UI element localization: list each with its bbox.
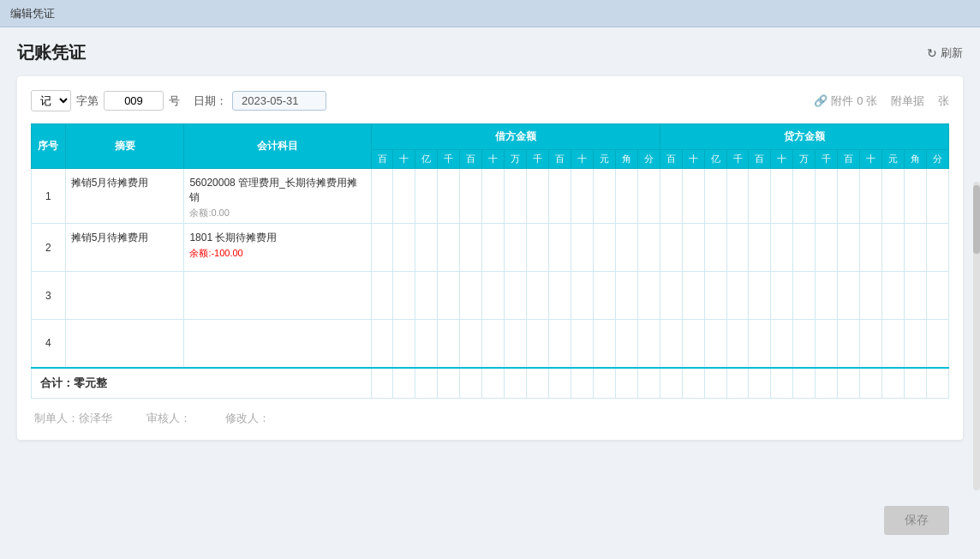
- cell-debit-9[interactable]: [571, 224, 593, 272]
- cell-account[interactable]: [184, 272, 371, 320]
- cell-debit-11[interactable]: [615, 272, 637, 320]
- cell-credit-3[interactable]: [726, 272, 749, 320]
- cell-debit-0[interactable]: [371, 272, 393, 320]
- cell-debit-7[interactable]: [527, 224, 549, 272]
- cell-debit-12[interactable]: [637, 320, 660, 368]
- cell-credit-1[interactable]: [682, 224, 704, 272]
- cell-credit-8[interactable]: [838, 272, 860, 320]
- cell-credit-7[interactable]: [816, 320, 838, 368]
- cell-credit-6[interactable]: [793, 320, 816, 368]
- cell-credit-5[interactable]: [771, 224, 793, 272]
- cell-credit-2[interactable]: [704, 320, 726, 368]
- cell-credit-5[interactable]: [771, 320, 793, 368]
- cell-debit-7[interactable]: [527, 272, 549, 320]
- cell-credit-3[interactable]: [726, 224, 749, 272]
- cell-debit-2[interactable]: [415, 320, 438, 368]
- type-select[interactable]: 记: [31, 90, 71, 111]
- cell-debit-5[interactable]: [482, 224, 505, 272]
- cell-debit-0[interactable]: [371, 320, 393, 368]
- cell-credit-11[interactable]: [905, 320, 927, 368]
- cell-debit-9[interactable]: [571, 320, 593, 368]
- cell-credit-4[interactable]: [749, 169, 771, 224]
- cell-summary[interactable]: 摊销5月待摊费用: [65, 169, 184, 224]
- cell-credit-4[interactable]: [749, 224, 771, 272]
- cell-credit-3[interactable]: [726, 169, 749, 224]
- number-input[interactable]: 009: [104, 91, 164, 111]
- cell-credit-0[interactable]: [660, 320, 682, 368]
- date-input[interactable]: [232, 91, 326, 111]
- cell-credit-6[interactable]: [793, 224, 816, 272]
- cell-debit-8[interactable]: [549, 272, 571, 320]
- cell-debit-12[interactable]: [637, 272, 660, 320]
- cell-credit-0[interactable]: [660, 169, 682, 224]
- cell-debit-3[interactable]: [438, 169, 460, 224]
- cell-debit-9[interactable]: [571, 272, 593, 320]
- cell-credit-6[interactable]: [793, 272, 816, 320]
- cell-credit-10[interactable]: [882, 224, 905, 272]
- cell-debit-0[interactable]: [371, 224, 393, 272]
- cell-credit-12[interactable]: [926, 169, 948, 224]
- cell-credit-12[interactable]: [926, 272, 948, 320]
- cell-credit-11[interactable]: [905, 272, 927, 320]
- cell-debit-1[interactable]: [393, 320, 415, 368]
- cell-account[interactable]: 56020008 管理费用_长期待摊费用摊销余额:0.00: [184, 169, 371, 224]
- cell-debit-5[interactable]: [482, 320, 505, 368]
- cell-summary[interactable]: [65, 272, 184, 320]
- cell-debit-3[interactable]: [438, 224, 460, 272]
- cell-credit-4[interactable]: [749, 272, 771, 320]
- cell-credit-8[interactable]: [838, 320, 860, 368]
- cell-credit-10[interactable]: [882, 169, 905, 224]
- cell-credit-2[interactable]: [704, 272, 726, 320]
- cell-debit-9[interactable]: [571, 169, 593, 224]
- refresh-button[interactable]: ↻ 刷新: [927, 45, 963, 61]
- scrollbar[interactable]: [973, 182, 980, 490]
- cell-debit-11[interactable]: [615, 320, 637, 368]
- cell-credit-10[interactable]: [882, 320, 905, 368]
- cell-debit-10[interactable]: [593, 272, 615, 320]
- cell-debit-4[interactable]: [460, 320, 482, 368]
- cell-debit-2[interactable]: [415, 272, 438, 320]
- cell-debit-7[interactable]: [527, 320, 549, 368]
- cell-credit-11[interactable]: [905, 169, 927, 224]
- cell-debit-6[interactable]: [505, 224, 527, 272]
- cell-credit-1[interactable]: [682, 320, 704, 368]
- cell-debit-1[interactable]: [393, 272, 415, 320]
- cell-debit-6[interactable]: [505, 320, 527, 368]
- cell-debit-11[interactable]: [615, 224, 637, 272]
- cell-account[interactable]: 1801 长期待摊费用余额:-100.00: [184, 224, 371, 272]
- cell-debit-10[interactable]: [593, 224, 615, 272]
- cell-debit-4[interactable]: [460, 272, 482, 320]
- cell-debit-11[interactable]: [615, 169, 637, 224]
- cell-credit-3[interactable]: [726, 320, 749, 368]
- cell-credit-6[interactable]: [793, 169, 816, 224]
- cell-credit-9[interactable]: [860, 272, 882, 320]
- cell-debit-5[interactable]: [482, 272, 505, 320]
- cell-credit-7[interactable]: [816, 169, 838, 224]
- cell-credit-2[interactable]: [704, 169, 726, 224]
- cell-debit-3[interactable]: [438, 320, 460, 368]
- attachment-link[interactable]: 🔗 附件 0 张: [814, 93, 877, 109]
- cell-debit-6[interactable]: [505, 169, 527, 224]
- cell-debit-12[interactable]: [637, 224, 660, 272]
- cell-debit-6[interactable]: [505, 272, 527, 320]
- cell-debit-3[interactable]: [438, 272, 460, 320]
- cell-account[interactable]: [184, 320, 371, 368]
- cell-credit-8[interactable]: [838, 169, 860, 224]
- cell-credit-0[interactable]: [660, 224, 682, 272]
- cell-credit-12[interactable]: [926, 320, 948, 368]
- cell-debit-10[interactable]: [593, 320, 615, 368]
- cell-summary[interactable]: 摊销5月待摊费用: [65, 224, 184, 272]
- cell-credit-5[interactable]: [771, 272, 793, 320]
- cell-credit-1[interactable]: [682, 272, 704, 320]
- cell-credit-5[interactable]: [771, 169, 793, 224]
- cell-debit-7[interactable]: [527, 169, 549, 224]
- cell-debit-4[interactable]: [460, 169, 482, 224]
- cell-summary[interactable]: [65, 320, 184, 368]
- cell-debit-2[interactable]: [415, 224, 438, 272]
- cell-debit-5[interactable]: [482, 169, 505, 224]
- cell-debit-2[interactable]: [415, 169, 438, 224]
- cell-debit-4[interactable]: [460, 224, 482, 272]
- cell-debit-12[interactable]: [637, 169, 660, 224]
- cell-credit-9[interactable]: [860, 169, 882, 224]
- cell-credit-1[interactable]: [682, 169, 704, 224]
